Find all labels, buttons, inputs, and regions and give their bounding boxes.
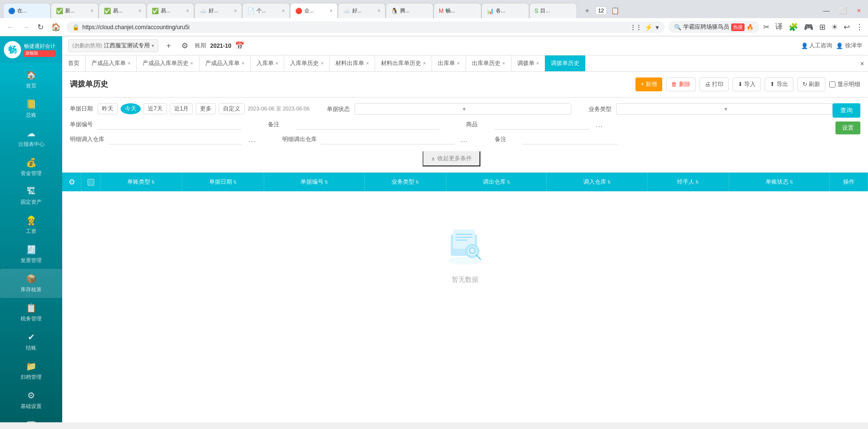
browser-tab-1[interactable]: 🔵 在... [3, 3, 51, 18]
remark2-input[interactable] [523, 134, 618, 144]
th-number[interactable]: 单据编号 ⇅ [264, 173, 365, 191]
filter-settings-button[interactable]: 设置 [835, 121, 860, 134]
maximize-button[interactable]: ⬜ [836, 4, 849, 17]
page-tab-out-order[interactable]: 出库单 × [432, 55, 466, 71]
th-date[interactable]: 单据日期 ⇅ [182, 173, 264, 191]
show-details-checkbox[interactable]: 显示明细 [829, 80, 860, 88]
url-dropdown[interactable]: ▾ [656, 23, 659, 31]
out-order-hist-close[interactable]: × [502, 61, 505, 66]
biz-type-dropdown[interactable]: ▾ [616, 103, 833, 115]
page-tab-product-in2[interactable]: 产成品入库单 × [200, 55, 251, 71]
page-tab-mat-out[interactable]: 材料出库单 × [330, 55, 375, 71]
sidebar-item-fixed-assets[interactable]: 🏗 固定资产 [0, 182, 62, 210]
reload-button[interactable]: ↻ [35, 22, 45, 33]
sidebar-item-capital[interactable]: 💰 资金管理 [0, 153, 62, 182]
date-1month-btn[interactable]: 近1月 [170, 103, 193, 114]
page-tab-in-order-hist[interactable]: 入库单历史 × [284, 55, 330, 71]
product-in-close[interactable]: × [128, 61, 131, 66]
more-icon[interactable]: ⋮ [856, 22, 863, 32]
select-all-checkbox[interactable] [88, 179, 94, 186]
th-handler[interactable]: 经手人 ⇅ [647, 173, 729, 191]
extension-icon[interactable]: 🧩 [789, 22, 798, 32]
bookmark-button[interactable]: ⚡ [645, 23, 653, 31]
page-tab-home[interactable]: 首页 [62, 55, 86, 71]
th-checkbox[interactable] [81, 174, 100, 190]
date-custom-btn[interactable]: 自定义 [219, 103, 245, 114]
scissors-icon[interactable]: ✂ [763, 22, 769, 32]
detail-in-input[interactable] [108, 134, 242, 144]
order-no-input[interactable] [98, 120, 241, 130]
out-order-close[interactable]: × [457, 61, 460, 66]
print-button[interactable]: 🖨 打印 [700, 77, 729, 91]
tab2-close[interactable]: × [90, 8, 93, 13]
sidebar-item-inventory[interactable]: 📦 库存核算 [0, 269, 62, 298]
forward-button[interactable]: → [20, 22, 32, 33]
sidebar-item-settle[interactable]: ✔ 结账 [0, 327, 62, 356]
sidebar-item-home[interactable]: 🏠 首页 [0, 65, 62, 94]
export-button[interactable]: ⬆ 导出 [765, 77, 793, 91]
detail-in-more-icon[interactable]: … [248, 135, 256, 144]
page-tab-in-order[interactable]: 入库单 × [251, 55, 285, 71]
remark-input[interactable] [296, 120, 439, 130]
mat-out-hist-close[interactable]: × [423, 61, 426, 66]
url-bar[interactable]: 🔒 https://cloud.chanjet.com/accounting/u… [67, 22, 665, 33]
goods-more-icon[interactable]: … [595, 121, 603, 129]
theme-icon[interactable]: ☀ [831, 22, 838, 32]
browser-tab-3[interactable]: ✅ 易... × [99, 3, 146, 18]
search-text[interactable]: 学霸应聘场驱鸟员 [683, 23, 729, 31]
browser-tab-9[interactable]: 🐧 腾... [386, 3, 434, 18]
tab-count[interactable]: 12 [595, 6, 607, 15]
close-all-tabs[interactable]: × [857, 56, 868, 71]
browser-tab-5[interactable]: ☁️ 好... × [194, 3, 242, 18]
tab-list-button[interactable]: 📋 [609, 4, 621, 17]
page-tab-product-in-hist[interactable]: 产成品入库单历史 × [137, 55, 200, 71]
collapse-button[interactable]: ∧ 收起更多条件 [423, 151, 480, 166]
new-button[interactable]: + 新增 [635, 77, 662, 91]
mat-out-close[interactable]: × [366, 61, 369, 66]
minimize-button[interactable]: — [820, 4, 833, 17]
sidebar-item-guide[interactable]: 📖 新手引导 [0, 415, 62, 422]
sidebar-item-wages[interactable]: 👷 工资 [0, 210, 62, 240]
sidebar-logo[interactable]: 畅 畅捷通好会计 旗舰版 [0, 36, 62, 63]
browser-tab-7[interactable]: 🔴 企... × [290, 3, 338, 18]
product-in2-close[interactable]: × [242, 61, 245, 66]
query-button[interactable]: 查询 [833, 103, 860, 118]
calendar-button[interactable]: 📅 [235, 41, 245, 50]
date-more-btn[interactable]: 更多 [196, 103, 216, 114]
in-order-hist-close[interactable]: × [321, 61, 323, 66]
browser-tab-8[interactable]: ☁️ 好... × [338, 3, 386, 18]
th-in-wh[interactable]: 调入仓库 ⇅ [547, 173, 647, 191]
detail-out-input[interactable] [321, 134, 455, 144]
browser-tab-2[interactable]: ✅ 新... × [51, 3, 99, 18]
sidebar-item-archive[interactable]: 📁 归档管理 [0, 356, 62, 385]
transfer-close[interactable]: × [536, 61, 539, 66]
url-more-button[interactable]: ⋮⋮ [630, 24, 642, 31]
company-select[interactable]: (勿删勿禁用) 江西服宝测试专用 ▾ [68, 39, 158, 52]
th-biz-type[interactable]: 业务类型 ⇅ [365, 173, 446, 191]
th-type[interactable]: 单账类型 ⇅ [100, 173, 182, 191]
company-settings-button[interactable]: ⚙ [178, 40, 191, 52]
table-settings-icon[interactable]: ⚙ [68, 177, 75, 187]
date-7days-btn[interactable]: 近7天 [144, 103, 167, 114]
tab3-close[interactable]: × [138, 8, 141, 13]
tab4-close[interactable]: × [186, 8, 189, 13]
in-order-close[interactable]: × [276, 61, 278, 66]
sidebar-item-tax[interactable]: 📋 税务管理 [0, 298, 62, 327]
tab5-close[interactable]: × [234, 8, 237, 13]
show-details-input[interactable] [829, 81, 835, 88]
th-status[interactable]: 单账状态 ⇅ [729, 173, 830, 191]
delete-button[interactable]: 🗑 删除 [666, 77, 695, 91]
status-dropdown[interactable]: ▾ [355, 103, 571, 115]
page-tab-out-order-hist[interactable]: 出库单历史 × [466, 55, 512, 71]
service-button[interactable]: 👤 人工咨询 [801, 42, 832, 50]
page-tab-product-in[interactable]: 产成品入库单 × [86, 55, 137, 71]
browser-tab-6[interactable]: 📄 个... × [242, 3, 290, 18]
add-company-button[interactable]: + [162, 40, 175, 52]
browser-tab-4[interactable]: ✅ 易... × [146, 3, 194, 18]
browser-tab-11[interactable]: 📊 各... [481, 3, 529, 18]
close-window-button[interactable]: × [853, 4, 865, 17]
page-tab-transfer[interactable]: 调拨单 × [512, 55, 545, 71]
import-button[interactable]: ⬇ 导入 [733, 77, 761, 91]
goods-input[interactable] [494, 120, 590, 130]
product-in-hist-close[interactable]: × [190, 61, 193, 66]
